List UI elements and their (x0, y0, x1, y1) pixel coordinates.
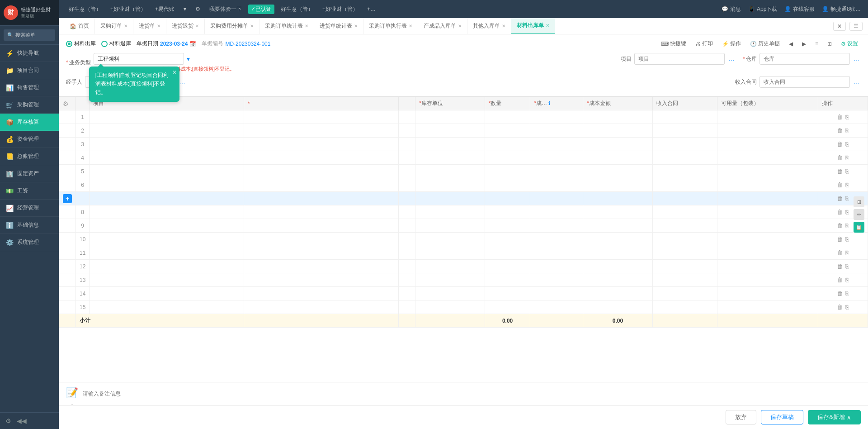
tab-inbound-stats[interactable]: 进货单统计表 ✕ (314, 18, 363, 34)
copy-row-btn[interactable]: ⎘ (844, 262, 850, 270)
tab-other-inbound[interactable]: 其他入库单 ✕ (467, 18, 511, 34)
tab-purchase-fee[interactable]: 采购费用分摊单 ✕ (205, 18, 259, 34)
copy-row-btn[interactable]: ⎘ (844, 127, 850, 134)
project-dots-btn[interactable]: … (727, 55, 736, 62)
delete-row-btn[interactable]: 🗑 (835, 208, 844, 216)
tab-inbound-return[interactable]: 进货退货 ✕ (166, 18, 205, 34)
tab-purchase-exec[interactable]: 采购订单执行表 ✕ (363, 18, 418, 34)
tab-home[interactable]: 🏠 首页 (64, 18, 95, 34)
list-view-button[interactable]: ≡ (812, 39, 821, 48)
delete-row-btn[interactable]: 🗑 (835, 222, 844, 229)
operations-button[interactable]: ⚡ 操作 (719, 39, 744, 48)
copy-row-btn[interactable]: ⎘ (844, 140, 850, 148)
settings-bottom-button[interactable]: ⚙ (5, 417, 11, 424)
tab-close-purchase-exec[interactable]: ✕ (409, 24, 412, 29)
print-button[interactable]: 🖨 打印 (693, 39, 716, 48)
user-account-button[interactable]: 👤 畅捷通8账… (822, 5, 861, 13)
business-type-dropdown-btn[interactable]: ▾ (186, 55, 191, 62)
search-menu-button[interactable]: 🔍 搜索菜单 (4, 29, 55, 41)
copy-row-btn[interactable]: ⎘ (844, 290, 850, 297)
add-row-button[interactable]: + (63, 194, 72, 203)
delete-row-btn[interactable]: 🗑 (835, 127, 844, 134)
copy-row-btn[interactable]: ⎘ (844, 113, 850, 121)
tab-purchase-stats[interactable]: 采购订单统计表 ✕ (259, 18, 314, 34)
sidebar-item-basic[interactable]: ℹ️ 基础信息 (0, 217, 59, 234)
discard-button[interactable]: 放弃 (726, 410, 756, 424)
nav-trial[interactable]: 我要体验一下 (207, 5, 245, 14)
sidebar-item-ledger[interactable]: 📒 总账管理 (0, 148, 59, 165)
delete-row-btn[interactable]: 🗑 (835, 113, 844, 121)
revenue-contract-input[interactable] (760, 76, 850, 88)
history-button[interactable]: 🕐 历史单据 (747, 39, 783, 48)
nav-dropdown[interactable]: ▾ (181, 5, 189, 13)
tooltip-close-button[interactable]: ✕ (172, 68, 177, 77)
warehouse-dots-btn[interactable]: … (853, 55, 861, 62)
sidebar-item-finance[interactable]: 💰 资金管理 (0, 131, 59, 148)
copy-row-btn[interactable]: ⎘ (844, 167, 850, 175)
copy-row-btn[interactable]: ⎘ (844, 235, 850, 243)
copy-row-btn[interactable]: ⎘ (844, 276, 850, 284)
tab-purchase-order[interactable]: 采购订单 ✕ (95, 18, 133, 34)
delete-active-row-btn[interactable]: 🗑 (835, 195, 844, 202)
copy-row-btn[interactable]: ⎘ (844, 303, 850, 311)
form-settings-button[interactable]: ⚙ 设置 (838, 39, 861, 48)
delete-row-btn[interactable]: 🗑 (835, 235, 844, 243)
warehouse-input[interactable] (760, 53, 850, 65)
copy-row-btn[interactable]: ⎘ (844, 222, 850, 229)
nav-haoshengyi[interactable]: 好生意（管） (66, 5, 104, 14)
float-tool-1[interactable]: ⊞ (854, 196, 864, 207)
tab-close-inbound-stats[interactable]: ✕ (354, 24, 358, 29)
next-record-button[interactable]: ▶ (799, 39, 809, 48)
nav-yidazhang[interactable]: +易代账 (152, 5, 177, 14)
copy-active-row-btn[interactable]: ⎘ (844, 195, 850, 202)
tab-close-purchase-fee[interactable]: ✕ (250, 24, 254, 29)
nav-haoshengyi2[interactable]: 好生意（管） (278, 5, 316, 14)
tab-material-outbound[interactable]: 材料出库单 ✕ (511, 18, 555, 34)
nav-haoyecai[interactable]: +好业财（管） (108, 5, 149, 14)
nav-settings-gear[interactable]: ⚙ (193, 5, 203, 13)
float-tool-2[interactable]: ✏ (854, 209, 864, 220)
close-tab-button[interactable]: ✕ (833, 22, 846, 31)
copy-row-btn[interactable]: ⎘ (844, 181, 850, 189)
tab-close-material-outbound[interactable]: ✕ (546, 23, 549, 28)
app-download-button[interactable]: 📱 App下载 (748, 5, 777, 13)
radio-material-return[interactable]: 材料退库 (101, 40, 131, 48)
tab-close-purchase-order[interactable]: ✕ (124, 24, 127, 29)
delete-row-btn[interactable]: 🗑 (835, 262, 844, 270)
sidebar-item-sales[interactable]: 📊 销售管理 (0, 79, 59, 96)
tab-close-inbound[interactable]: ✕ (157, 24, 160, 29)
message-button[interactable]: 💬 消息 (722, 5, 741, 13)
delete-row-btn[interactable]: 🗑 (835, 140, 844, 148)
delete-row-btn[interactable]: 🗑 (835, 167, 844, 175)
sidebar-item-quick-nav[interactable]: ⚡ 快捷导航 (0, 45, 59, 62)
quick-key-button[interactable]: ⌨ 快捷键 (658, 39, 689, 48)
online-service-button[interactable]: 👤 在线客服 (784, 5, 815, 13)
collapse-sidebar-button[interactable]: ◀◀ (17, 417, 27, 424)
tab-close-inbound-return[interactable]: ✕ (195, 24, 199, 29)
sidebar-item-purchase[interactable]: 🛒 采购管理 (0, 96, 59, 114)
copy-row-btn[interactable]: ⎘ (844, 208, 850, 216)
tab-close-purchase-stats[interactable]: ✕ (305, 24, 308, 29)
nav-more[interactable]: +… (364, 5, 378, 13)
delete-row-btn[interactable]: 🗑 (835, 249, 844, 257)
tab-close-product-inbound[interactable]: ✕ (458, 24, 462, 29)
delete-row-btn[interactable]: 🗑 (835, 276, 844, 284)
calendar-icon[interactable]: 📅 (189, 41, 196, 47)
delete-row-btn[interactable]: 🗑 (835, 303, 844, 311)
sidebar-item-salary[interactable]: 💵 工资 (0, 182, 59, 200)
project-input[interactable] (634, 53, 725, 65)
copy-row-btn[interactable]: ⎘ (844, 154, 850, 162)
revenue-contract-dots-btn[interactable]: … (853, 78, 861, 86)
row-material-input[interactable] (245, 195, 397, 202)
copy-row-btn[interactable]: ⎘ (844, 249, 850, 257)
delete-row-btn[interactable]: 🗑 (835, 290, 844, 297)
save-draft-button[interactable]: 保存草稿 (761, 410, 803, 424)
tab-close-other-inbound[interactable]: ✕ (502, 24, 505, 29)
delete-row-btn[interactable]: 🗑 (835, 154, 844, 162)
sidebar-item-assets[interactable]: 🏢 固定资产 (0, 165, 59, 182)
tab-inbound[interactable]: 进货单 ✕ (133, 18, 166, 34)
delete-row-btn[interactable]: 🗑 (835, 181, 844, 189)
prev-record-button[interactable]: ◀ (786, 39, 796, 48)
table-settings-btn[interactable]: ⚙ (63, 100, 69, 107)
save-new-button[interactable]: 保存&新增 ∧ (808, 410, 861, 424)
